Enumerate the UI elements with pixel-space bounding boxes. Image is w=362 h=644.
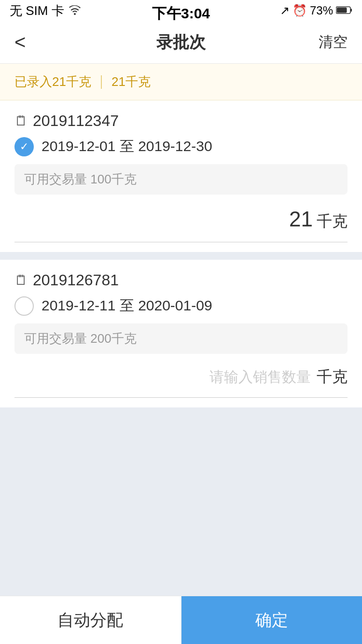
svg-rect-2: [337, 8, 347, 13]
bottom-bar: 自动分配 确定: [0, 596, 362, 644]
nav-bar: < 录批次 清空: [0, 21, 362, 64]
confirm-button[interactable]: 确定: [181, 596, 362, 644]
item-date-row-2[interactable]: 2019-12-11 至 2020-01-09: [0, 294, 362, 321]
svg-rect-1: [350, 9, 352, 12]
available-text-1: 可用交易量 100千克: [24, 172, 137, 186]
input-unit-2: 千克: [317, 366, 348, 388]
battery-text: 73%: [310, 4, 333, 17]
radio-circle-2[interactable]: [14, 296, 34, 316]
info-divider: [101, 75, 102, 89]
back-button[interactable]: <: [14, 31, 26, 53]
status-time: 下午3:04: [152, 4, 210, 24]
radio-checked-1[interactable]: ✓: [14, 137, 34, 156]
wifi-icon: [68, 3, 82, 18]
amount-row-1: 21 千克: [0, 199, 362, 242]
item-header-1: 🗒 2019112347: [0, 100, 362, 135]
item-date-row-1[interactable]: ✓ 2019-12-01 至 2019-12-30: [0, 135, 362, 161]
location-icon: ↗: [280, 4, 290, 17]
info-value: 21千克: [111, 73, 151, 90]
item-id-1: 2019112347: [33, 112, 119, 130]
status-bar: 无 SIM 卡 下午3:04 ↗ ⏰ 73%: [0, 0, 362, 21]
status-right: ↗ ⏰ 73%: [280, 4, 352, 17]
input-placeholder-2: 请输入销售数量: [209, 367, 311, 387]
item-card-2: 🗒 2019126781 2019-12-11 至 2020-01-09 可用交…: [0, 260, 362, 407]
input-row-2[interactable]: 请输入销售数量 千克: [0, 359, 362, 397]
item-card-1: 🗒 2019112347 ✓ 2019-12-01 至 2019-12-30 可…: [0, 100, 362, 252]
doc-icon-2: 🗒: [14, 272, 28, 288]
status-left: 无 SIM 卡: [10, 2, 82, 19]
info-banner: 已录入21千克 21千克: [0, 64, 362, 100]
alarm-icon: ⏰: [292, 4, 307, 17]
amount-unit-1: 千克: [317, 211, 348, 232]
available-row-1: 可用交易量 100千克: [14, 164, 348, 195]
empty-area: [0, 407, 362, 610]
amount-value-1: 21: [289, 207, 313, 231]
available-row-2: 可用交易量 200千克: [14, 323, 348, 354]
item-id-2: 2019126781: [33, 271, 119, 289]
doc-icon-1: 🗒: [14, 113, 28, 129]
battery-icon: [336, 4, 352, 17]
date-text-2: 2019-12-11 至 2020-01-09: [42, 296, 212, 316]
auto-distribute-button[interactable]: 自动分配: [0, 596, 181, 644]
section-separator: [0, 252, 362, 260]
info-label: 已录入21千克: [14, 73, 91, 90]
available-text-2: 可用交易量 200千克: [24, 331, 137, 346]
carrier-text: 无 SIM 卡: [10, 2, 64, 19]
page-title: 录批次: [156, 31, 206, 54]
date-text-1: 2019-12-01 至 2019-12-30: [42, 137, 212, 156]
item-header-2: 🗒 2019126781: [0, 260, 362, 294]
clear-button[interactable]: 清空: [319, 32, 348, 52]
checkmark-1: ✓: [20, 140, 28, 153]
